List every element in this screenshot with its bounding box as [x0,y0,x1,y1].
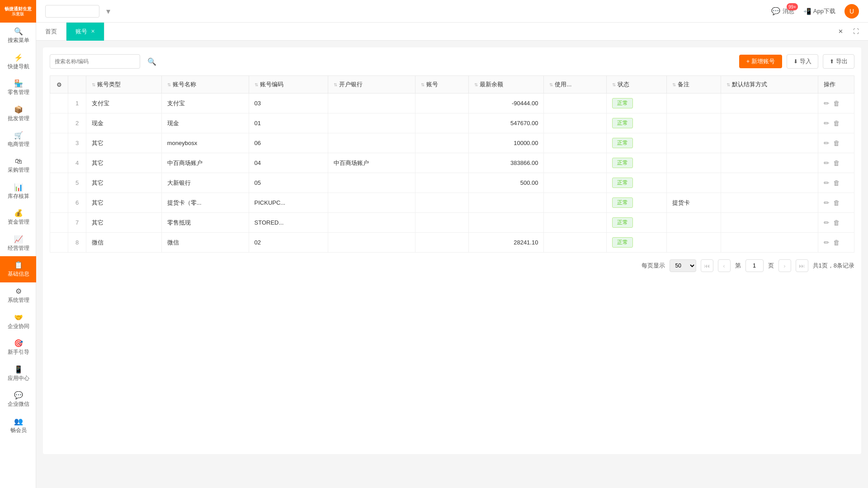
sidebar-item-search[interactable]: 🔍 搜索菜单 [0,23,36,49]
col-account[interactable]: ⇅账号 [415,76,468,94]
row-code: 04 [249,153,328,173]
row-settings-cell [50,173,68,193]
row-note: 提货卡 [666,193,721,213]
edit-icon[interactable]: ✏ [824,239,830,247]
row-note [666,233,721,253]
total-records: 共1页，8条记录 [813,262,854,270]
col-code[interactable]: ⇅账号编码 [249,76,328,94]
sidebar-item-shortcuts[interactable]: ⚡ 快捷导航 [0,49,36,75]
edit-icon[interactable]: ✏ [824,159,830,167]
tab-account[interactable]: 账号 ✕ [66,23,104,41]
row-default-settle [721,193,818,213]
close-tab-icon[interactable]: ✕ [835,26,846,37]
tab-home-label: 首页 [45,28,57,36]
import-button[interactable]: ⬇ 导入 [787,54,818,69]
sidebar-item-enterprise_wechat[interactable]: 💬 企业微信 [0,386,36,413]
next-page-btn[interactable]: › [778,259,791,272]
sidebar-item-operations[interactable]: 📈 经营管理 [0,230,36,257]
app-download-button[interactable]: 📲 App下载 [803,7,835,15]
expand-tab-icon[interactable]: ⛶ [850,26,861,37]
row-num: 6 [68,193,86,213]
delete-icon[interactable]: 🗑 [833,179,840,187]
row-code: 05 [249,173,328,193]
avatar[interactable]: U [844,4,859,19]
row-note [666,94,721,113]
delete-icon[interactable]: 🗑 [833,139,840,147]
delete-icon[interactable]: 🗑 [833,219,840,226]
row-status: 正常 [606,193,666,213]
sidebar-item-purchase[interactable]: 🛍 采购管理 [0,153,36,178]
col-note[interactable]: ⇅备注 [666,76,721,94]
row-action: ✏ 🗑 [818,173,854,193]
col-balance[interactable]: ⇅最新余额 [468,76,544,94]
row-account [415,193,468,213]
row-type: 其它 [86,173,162,193]
row-balance: 10000.00 [468,133,544,153]
sidebar-item-wholesale[interactable]: 📦 批发管理 [0,101,36,127]
row-name: 零售抵现 [161,213,249,233]
sidebar-item-label-members: 畅会员 [10,427,27,434]
row-num: 7 [68,213,86,233]
edit-icon[interactable]: ✏ [824,99,830,108]
page-number-input[interactable] [745,259,764,272]
sidebar-item-enterprise_agreement[interactable]: 🤝 企业协同 [0,309,36,335]
sidebar-item-inventory[interactable]: 📊 库存核算 [0,178,36,205]
delete-icon[interactable]: 🗑 [833,159,840,167]
row-account [415,173,468,193]
topbar-dropdown-icon[interactable]: ▾ [106,6,110,16]
row-usage [544,94,606,113]
row-code: 01 [249,113,328,133]
row-type: 其它 [86,153,162,173]
search-area: 🔍 [50,54,159,69]
sidebar-item-members[interactable]: 👥 畅会员 [0,413,36,439]
sidebar-item-ecommerce[interactable]: 🛒 电商管理 [0,127,36,153]
col-name[interactable]: ⇅账号名称 [161,76,249,94]
first-page-btn[interactable]: ⏮ [701,259,713,272]
tab-home[interactable]: 首页 [36,23,66,41]
status-badge: 正常 [612,118,633,128]
edit-icon[interactable]: ✏ [824,199,830,207]
col-type[interactable]: ⇅账号类型 [86,76,162,94]
row-status: 正常 [606,213,666,233]
sidebar-item-app_center[interactable]: 📱 应用中心 [0,361,36,387]
action-buttons: + 新增账号 ⬇ 导入 ⬆ 导出 [739,54,854,69]
row-usage [544,153,606,173]
sidebar-item-basic[interactable]: 📋 基础信息 [0,256,36,282]
settings-icon[interactable]: ⚙ [57,81,62,88]
delete-icon[interactable]: 🗑 [833,199,840,206]
per-page-select[interactable]: 50 20 100 [670,259,696,272]
sidebar-item-label-enterprise_agreement: 企业协同 [8,323,29,330]
account-search-input[interactable] [50,54,140,69]
row-name: 中百商场账户 [161,153,249,173]
sidebar-item-label-operations: 经营管理 [8,245,29,252]
col-status[interactable]: ⇅状态 [606,76,666,94]
edit-icon[interactable]: ✏ [824,219,830,227]
sidebar-item-retail[interactable]: 🏪 零售管理 [0,75,36,101]
row-usage [544,113,606,133]
topbar-search-input[interactable] [45,5,99,18]
export-button[interactable]: ⬆ 导出 [823,54,854,69]
row-balance [468,193,544,213]
col-usage[interactable]: ⇅使用... [544,76,606,94]
col-bank[interactable]: ⇅开户银行 [328,76,415,94]
sidebar-item-newbie[interactable]: 🎯 新手引导 [0,334,36,361]
tab-account-close[interactable]: ✕ [91,28,95,34]
sidebar-item-system[interactable]: ⚙ 系统管理 [0,282,36,309]
delete-icon[interactable]: 🗑 [833,239,840,246]
messages-button[interactable]: 💬 消息 99+ [771,7,794,15]
sidebar-item-finance[interactable]: 💰 资金管理 [0,204,36,230]
delete-icon[interactable]: 🗑 [833,119,840,127]
row-default-settle [721,113,818,133]
page-label: 第 [735,262,741,270]
col-default-settle[interactable]: ⇅默认结算方式 [721,76,818,94]
last-page-btn[interactable]: ⏭ [796,259,808,272]
prev-page-btn[interactable]: ‹ [718,259,731,272]
row-name: moneybosx [161,133,249,153]
delete-icon[interactable]: 🗑 [833,99,840,107]
edit-icon[interactable]: ✏ [824,119,830,127]
search-button[interactable]: 🔍 [145,54,159,69]
add-account-button[interactable]: + 新增账号 [739,55,782,68]
edit-icon[interactable]: ✏ [824,179,830,187]
edit-icon[interactable]: ✏ [824,139,830,147]
retail-icon: 🏪 [14,79,23,88]
